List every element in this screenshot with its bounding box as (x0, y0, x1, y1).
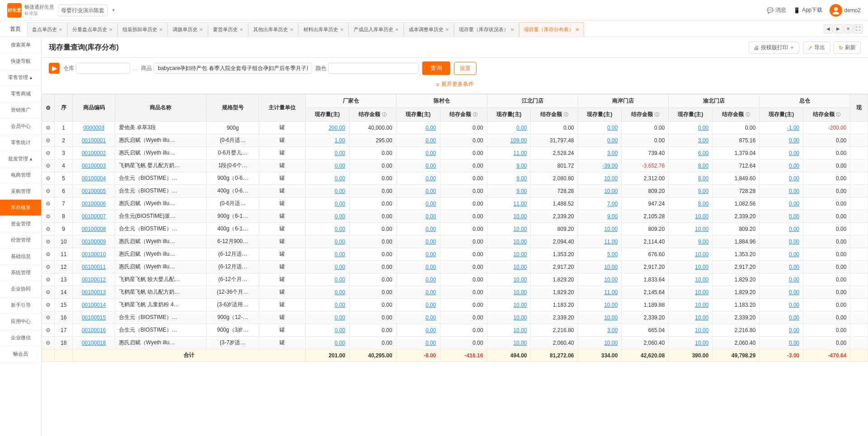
sidebar-item-system[interactable]: 系统管理 (0, 265, 41, 281)
tab-close[interactable]: ✕ (290, 27, 293, 32)
nav-tab-material_out[interactable]: 材料出库单历史✕ (298, 22, 349, 37)
row-total-stock[interactable]: 0.00 (760, 197, 803, 210)
row-yubei-stock[interactable]: 10.00 (669, 210, 712, 223)
row-yubei-stock[interactable]: 10.00 (669, 223, 712, 235)
row-yubei-stock[interactable]: 10.00 (669, 337, 712, 349)
yubei-amount-info[interactable]: ⓘ (745, 112, 750, 117)
sidebar-item-finance[interactable]: 资金管理 (0, 216, 41, 232)
row-gear[interactable]: ⚙ (42, 223, 55, 235)
sidebar-item-corp_wechat[interactable]: 企业微信 (0, 330, 41, 346)
row-jiangbei-stock[interactable]: 10.00 (487, 311, 531, 324)
row-factory-stock[interactable]: 0.00 (305, 324, 349, 337)
row-total-stock[interactable]: 0.00 (760, 159, 803, 172)
row-nanyu-stock[interactable]: 10.00 (578, 172, 622, 185)
product-input[interactable] (154, 63, 312, 74)
tab-close[interactable]: ✕ (240, 27, 243, 32)
print-button[interactable]: 🖨 按模版打印 ▼ (749, 42, 799, 54)
row-yubei-stock[interactable]: 8.00 (669, 159, 712, 172)
sidebar-item-search_hero[interactable]: 搜索英单 (0, 37, 41, 53)
row-factory-stock[interactable]: 0.00 (305, 311, 349, 324)
row-jiangbei-stock[interactable]: 9.00 (487, 172, 531, 185)
sidebar-item-marketing[interactable]: 营销推广 (0, 102, 41, 118)
sidebar-item-enterprise[interactable]: 企业协同 (0, 281, 41, 297)
row-nanyu-stock[interactable]: 0.00 (578, 122, 622, 134)
row-gear[interactable]: ⚙ (42, 324, 55, 337)
row-factory-stock[interactable]: 200.00 (305, 122, 349, 134)
row-yubei-stock[interactable]: 10.00 (669, 311, 712, 324)
industry-arrow[interactable]: ▼ (111, 8, 116, 13)
nav-close-arrow[interactable]: ✕ (844, 24, 853, 33)
expand-more-btn[interactable]: ≡ 展开更多条件 (49, 79, 861, 90)
row-gear[interactable]: ⚙ (42, 311, 55, 324)
sidebar-item-retail_stats[interactable]: 零售统计 (0, 135, 41, 151)
row-chenlu-stock[interactable]: 0.00 (396, 261, 440, 273)
row-gear[interactable]: ⚙ (42, 337, 55, 349)
row-gear[interactable]: ⚙ (42, 197, 55, 210)
row-chenlu-stock[interactable]: 0.00 (396, 210, 440, 223)
row-code[interactable]: 00100009 (73, 235, 115, 248)
row-factory-stock[interactable]: 0.00 (305, 223, 349, 235)
row-code[interactable]: 00100011 (73, 261, 115, 273)
row-total-stock[interactable]: 0.00 (760, 223, 803, 235)
nav-tab-stock_dist_active[interactable]: 现存量（库存分布表）✕ (519, 22, 584, 37)
filter-expand-btn[interactable]: ▶ (49, 63, 60, 74)
row-jiangbei-stock[interactable]: 10.00 (487, 286, 531, 299)
nav-tab-purchase_order[interactable]: 要货单历史✕ (208, 22, 248, 37)
nav-tab-inventory_count[interactable]: 盘点单历史✕ (27, 22, 67, 37)
row-yubei-stock[interactable]: 8.00 (669, 172, 712, 185)
row-gear[interactable]: ⚙ (42, 210, 55, 223)
row-factory-stock[interactable]: 0.00 (305, 147, 349, 159)
row-gear[interactable]: ⚙ (42, 235, 55, 248)
row-code[interactable]: 00100002 (73, 147, 115, 159)
row-code[interactable]: 00100003 (73, 159, 115, 172)
row-nanyu-stock[interactable]: 5.00 (578, 248, 622, 261)
row-jiangbei-stock[interactable]: 10.00 (487, 273, 531, 286)
row-gear[interactable]: ⚙ (42, 122, 55, 134)
row-gear[interactable]: ⚙ (42, 172, 55, 185)
row-code[interactable]: 00100008 (73, 223, 115, 235)
row-jiangbei-stock[interactable]: 10.00 (487, 299, 531, 311)
row-chenlu-stock[interactable]: 0.00 (396, 286, 440, 299)
row-gear[interactable]: ⚙ (42, 273, 55, 286)
row-chenlu-stock[interactable]: 0.00 (396, 273, 440, 286)
row-yubei-stock[interactable]: 9.00 (669, 185, 712, 197)
row-total-stock[interactable]: 0.00 (760, 337, 803, 349)
row-nanyu-stock[interactable]: 0.00 (578, 134, 622, 147)
col-gear[interactable]: ⚙ (42, 94, 55, 122)
factory-amount-info[interactable]: ⓘ (382, 112, 387, 117)
row-factory-stock[interactable]: 0.00 (305, 235, 349, 248)
row-jiangbei-stock[interactable]: 10.00 (487, 235, 531, 248)
row-nanyu-stock[interactable]: 10.00 (578, 311, 622, 324)
nav-expand-arrow[interactable]: ⛶ (854, 24, 863, 33)
row-total-stock[interactable]: 0.00 (760, 324, 803, 337)
row-jiangbei-stock[interactable]: 9.00 (487, 159, 531, 172)
color-input[interactable] (328, 63, 419, 74)
row-yubei-stock[interactable]: 9.00 (669, 235, 712, 248)
app-download-button[interactable]: 📱 App下载 (793, 6, 822, 14)
tab-close[interactable]: ✕ (340, 27, 344, 32)
nav-prev-arrow[interactable]: ◀ (824, 24, 833, 33)
sidebar-item-ecommerce[interactable]: 电商管理 (0, 167, 41, 183)
nav-tab-cost_adjust[interactable]: 成本调整单历史✕ (404, 22, 454, 37)
nanyu-amount-info[interactable]: ⓘ (655, 112, 659, 117)
sidebar-item-operations[interactable]: 经营管理 (0, 232, 41, 248)
row-code[interactable]: 00100001 (73, 134, 115, 147)
row-yubei-stock[interactable]: 8.00 (669, 197, 712, 210)
sidebar-item-retail_mall[interactable]: 零售商城 (0, 86, 41, 102)
row-total-stock[interactable]: -1.00 (760, 122, 803, 134)
row-jiangbei-stock[interactable]: 11.00 (487, 147, 531, 159)
row-nanyu-stock[interactable]: 9.00 (578, 210, 622, 223)
row-total-stock[interactable]: 0.00 (760, 185, 803, 197)
nav-tab-transfer[interactable]: 调拨单历史✕ (168, 22, 208, 37)
row-jiangbei-stock[interactable]: 9.00 (487, 185, 531, 197)
row-nanyu-stock[interactable]: 10.00 (578, 185, 622, 197)
nav-home[interactable]: 首页 (4, 21, 27, 37)
row-jiangbei-stock[interactable]: 10.00 (487, 223, 531, 235)
row-gear[interactable]: ⚙ (42, 185, 55, 197)
sidebar-item-quick_nav[interactable]: 快捷导航 (0, 53, 41, 70)
row-gear[interactable]: ⚙ (42, 147, 55, 159)
nav-tab-group_pack[interactable]: 组装拆卸单历史✕ (118, 22, 168, 37)
tab-close[interactable]: ✕ (576, 27, 579, 32)
row-chenlu-stock[interactable]: 0.00 (396, 172, 440, 185)
row-factory-stock[interactable]: 0.00 (305, 273, 349, 286)
